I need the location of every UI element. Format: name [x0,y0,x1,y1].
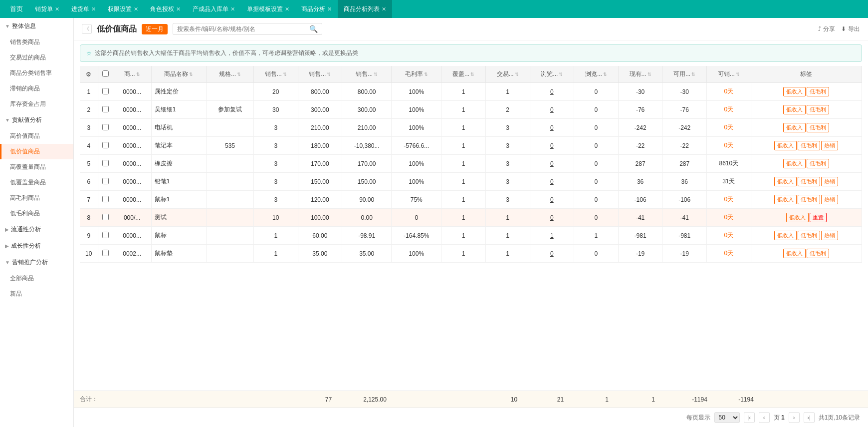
col-gross-rate[interactable]: 毛利率⇅ [392,66,441,83]
browse1-link[interactable]: 0 [550,106,554,113]
row-checkbox[interactable] [102,142,109,148]
cell-checkbox[interactable] [98,245,113,263]
cell-checkbox[interactable] [98,155,113,173]
cell-tags: 低收入低毛利 [751,83,862,101]
cell-checkbox[interactable] [98,83,113,101]
row-checkbox[interactable] [102,196,109,202]
sidebar-group-marketing[interactable]: ▼ 营销推广分析 [0,254,73,271]
total-available: -1194 [723,396,769,403]
row-checkbox[interactable] [102,160,109,166]
browse1-link[interactable]: 0 [550,178,554,185]
nav-template-settings[interactable]: 单据模板设置 ✕ [241,0,295,18]
close-permission-settings-icon[interactable]: ✕ [134,6,138,12]
chevron-right-icon-2: ▶ [5,243,9,249]
sidebar-item-high-value[interactable]: 高价值商品 [0,128,73,144]
sidebar-item-all-goods[interactable]: 全部商品 [0,271,73,286]
col-spec[interactable]: 规格...⇅ [207,66,254,83]
col-browse1[interactable]: 浏览...⇅ [530,66,574,83]
sidebar-group-overall[interactable]: ▼ 整体信息 [0,18,73,34]
col-available[interactable]: 可用...⇅ [662,66,707,83]
share-button[interactable]: ⤴ 分享 [818,25,835,33]
cell-checkbox[interactable] [98,137,113,155]
close-product-analysis-icon[interactable]: ✕ [327,6,332,12]
cell-checkbox[interactable] [98,101,113,119]
search-icon[interactable]: 🔍 [309,25,318,33]
col-code[interactable]: 商...⇅ [113,66,151,83]
browse1-link[interactable]: 1 [550,232,554,239]
browse1-link[interactable]: 0 [550,142,554,149]
row-checkbox[interactable] [102,178,109,184]
sidebar-item-sales-goods[interactable]: 销售类商品 [0,34,73,50]
row-checkbox[interactable] [102,106,109,112]
nav-product-storage[interactable]: 产成品入库单 ✕ [187,0,241,18]
nav-permission-settings[interactable]: 权限设置 ✕ [102,0,144,18]
close-product-analysis-list-icon[interactable]: ✕ [382,6,386,12]
page-size-select[interactable]: 50 100 200 [714,412,740,423]
last-page-button[interactable]: ›| [804,412,815,423]
prev-page-button[interactable]: ‹ [759,412,770,423]
close-role-auth-icon[interactable]: ✕ [176,6,181,12]
browse1-link[interactable]: 0 [550,88,554,95]
nav-product-analysis[interactable]: 商品分析 ✕ [295,0,338,18]
collapse-sidebar-button[interactable]: 《 [82,24,92,34]
next-page-button[interactable]: › [789,412,800,423]
sidebar-group-circulation[interactable]: ▶ 流通性分析 [0,221,73,238]
nav-purchase-order[interactable]: 进货单 ✕ [65,0,102,18]
sidebar-group-contribution[interactable]: ▼ 贡献值分析 [0,112,73,128]
first-page-button[interactable]: |‹ [744,412,755,423]
col-cover[interactable]: 覆盖...⇅ [441,66,486,83]
close-product-storage-icon[interactable]: ✕ [230,6,235,12]
row-checkbox[interactable] [102,232,109,238]
browse1-link[interactable]: 0 [550,196,554,203]
row-checkbox[interactable] [102,124,109,130]
col-price[interactable]: 销售...⇅ [298,66,342,83]
nav-role-auth[interactable]: 角色授权 ✕ [144,0,187,18]
nav-home[interactable]: 首页 [4,0,29,18]
col-amount[interactable]: 销售...⇅ [342,66,392,83]
cell-browse2: 0 [574,209,619,227]
col-saleable[interactable]: 可销...⇅ [707,66,751,83]
export-button[interactable]: ⬇ 导出 [841,25,860,33]
sidebar-item-low-profit[interactable]: 低毛利商品 [0,206,73,221]
nav-product-analysis-list[interactable]: 商品分析列表 ✕ [338,0,392,18]
sidebar-group-growth[interactable]: ▶ 成长性分析 [0,238,73,254]
sidebar-item-high-profit[interactable]: 高毛利商品 [0,190,73,206]
cell-checkbox[interactable] [98,119,113,137]
row-checkbox[interactable] [102,250,109,256]
row-checkbox[interactable] [102,214,109,220]
browse1-link[interactable]: 0 [550,250,554,257]
cell-price: 150.00 [298,173,342,191]
nav-sales-order[interactable]: 销货单 ✕ [29,0,65,18]
col-checkbox[interactable] [98,66,113,83]
search-input[interactable] [177,25,307,32]
filter-recent-month-button[interactable]: 近一月 [142,24,168,34]
sidebar-item-traded-goods[interactable]: 交易过的商品 [0,50,73,65]
col-qty[interactable]: 销售...⇅ [253,66,298,83]
col-trade[interactable]: 交易...⇅ [485,66,530,83]
sidebar-item-low-coverage[interactable]: 低覆盖量商品 [0,175,73,190]
col-settings[interactable]: ⚙ [80,66,98,83]
browse1-link[interactable]: 0 [550,214,554,221]
row-checkbox[interactable] [102,88,109,94]
total-label: 合计： [80,395,120,404]
close-sales-order-icon[interactable]: ✕ [55,6,59,12]
col-current[interactable]: 现有...⇅ [618,66,662,83]
close-template-settings-icon[interactable]: ✕ [285,6,289,12]
sidebar-item-high-coverage[interactable]: 高覆盖量商品 [0,159,73,175]
col-browse2[interactable]: 浏览...⇅ [574,66,619,83]
sidebar-item-stock-capital[interactable]: 库存资金占用 [0,96,73,112]
col-name[interactable]: 商品名称⇅ [151,66,206,83]
sidebar-item-slow-goods[interactable]: 滞销的商品 [0,81,73,96]
browse1-link[interactable]: 0 [550,124,554,131]
close-purchase-order-icon[interactable]: ✕ [91,6,96,12]
sidebar-item-low-value[interactable]: 低价值商品 [0,144,73,159]
cell-checkbox[interactable] [98,227,113,245]
sidebar-item-new-goods[interactable]: 新品 [0,286,73,302]
cell-checkbox[interactable] [98,173,113,191]
cell-checkbox[interactable] [98,209,113,227]
cell-checkbox[interactable] [98,191,113,209]
cell-no: 3 [80,119,98,137]
sidebar-item-category-rate[interactable]: 商品分类销售率 [0,65,73,81]
select-all-checkbox[interactable] [102,70,109,77]
browse1-link[interactable]: 0 [550,160,554,167]
